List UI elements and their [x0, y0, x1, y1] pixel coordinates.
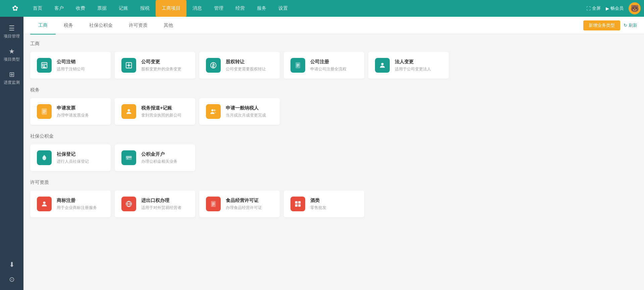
card-info: 申请发票办理申请发票业务	[57, 105, 104, 118]
card-公司变更[interactable]: 公司变更股权变更外的业务变更	[115, 52, 195, 79]
card-法人变更[interactable]: 法人变更适用于公司变更法人	[368, 52, 449, 79]
card-desc: 适用于对外贸易经营者	[141, 205, 189, 211]
card-title: 法人变更	[395, 59, 442, 65]
svg-rect-35	[295, 204, 298, 207]
card-info: 股权转让公司变更需要股权转让	[226, 59, 273, 72]
svg-rect-25	[127, 158, 128, 159]
card-icon	[206, 104, 221, 119]
tab-许可资质[interactable]: 许可资质	[121, 17, 156, 34]
card-desc: 办理申请发票业务	[57, 113, 104, 118]
card-公司注册[interactable]: 公司注册申请公司注册全流程	[284, 52, 364, 79]
fullscreen-button[interactable]: ⛶ 全屏	[586, 5, 601, 11]
cards-grid: 申请发票办理申请发票业务税务报道+记账拿到营业执照的新公司申请一般纳税人当月或次…	[30, 98, 637, 125]
sidebar-bottom-item[interactable]: ⬇	[7, 257, 16, 272]
vip-icon: ▶	[606, 6, 609, 11]
refresh-label: 刷新	[629, 22, 637, 28]
sidebar-item-项目管理[interactable]: ☰项目管理	[0, 20, 23, 43]
card-title: 酒类	[310, 198, 358, 204]
nav-item-票据[interactable]: 票据	[91, 0, 113, 17]
card-icon	[290, 58, 305, 73]
svg-point-22	[214, 110, 216, 112]
card-公司注销[interactable]: 公司注销适用于注销公司	[30, 52, 111, 79]
refresh-icon: ↻	[624, 23, 627, 28]
card-desc: 适用于公司变更法人	[395, 66, 442, 72]
nav-right: ⛶ 全屏 ▶ 畅会员 🐻	[586, 2, 641, 14]
vip-label: 畅会员	[610, 5, 624, 11]
sidebar-label: 项目类型	[4, 57, 20, 62]
tab-其他[interactable]: 其他	[156, 17, 181, 34]
card-酒类[interactable]: 酒类零售批发	[284, 191, 364, 217]
card-title: 食品经营许可证	[226, 198, 273, 204]
nav-item-首页[interactable]: 首页	[27, 0, 48, 17]
card-desc: 进行人员社保登记	[57, 159, 104, 164]
nav-item-经营[interactable]: 经营	[229, 0, 251, 17]
main-content[interactable]: 工商公司注销适用于注销公司公司变更股权变更外的业务变更股权转让公司变更需要股权转…	[23, 34, 644, 290]
card-icon	[37, 150, 52, 165]
cards-grid: 商标注册用于企业商标注册服务进出口权办理适用于对外贸易经营者食品经营许可证办理食…	[30, 191, 637, 217]
nav-item-客户[interactable]: 客户	[48, 0, 70, 17]
logo-area: ✿	[3, 4, 27, 13]
card-进出口权办理[interactable]: 进出口权办理适用于对外贸易经营者	[115, 191, 195, 217]
card-icon	[37, 197, 52, 211]
nav-item-管理[interactable]: 管理	[208, 0, 229, 17]
card-title: 社保登记	[57, 151, 104, 157]
sidebar-label: 进度监测	[4, 80, 20, 85]
vip-button[interactable]: ▶ 畅会员	[606, 5, 624, 11]
card-申请发票[interactable]: 申请发票办理申请发票业务	[30, 98, 111, 125]
card-title: 公司注销	[57, 59, 104, 65]
card-食品经营许可证[interactable]: 食品经营许可证办理食品经营许可证	[199, 191, 280, 217]
card-icon	[37, 58, 52, 73]
svg-point-26	[43, 202, 45, 204]
nav-item-服务[interactable]: 服务	[251, 0, 272, 17]
tabs-bar: 工商税务社保公积金许可资质其他 新增业务类型 ↻ 刷新	[23, 17, 644, 34]
nav-item-设置[interactable]: 设置	[272, 0, 294, 17]
card-info: 税务报道+记账拿到营业执照的新公司	[141, 105, 189, 118]
card-申请一般纳税人[interactable]: 申请一般纳税人当月或次月成变更完成	[199, 98, 280, 125]
card-info: 酒类零售批发	[310, 198, 358, 211]
card-info: 社保登记进行人员社保登记	[57, 151, 104, 164]
tab-社保公积金[interactable]: 社保公积金	[81, 17, 121, 34]
add-type-button[interactable]: 新增业务类型	[583, 20, 620, 30]
main-layout: ☰项目管理★项目类型⊞进度监测⬇⊙ 工商税务社保公积金许可资质其他 新增业务类型…	[0, 17, 644, 290]
card-icon	[290, 197, 305, 211]
sidebar-item-项目类型[interactable]: ★项目类型	[0, 43, 23, 66]
card-desc: 股权变更外的业务变更	[141, 66, 189, 72]
refresh-button[interactable]: ↻ 刷新	[624, 22, 637, 28]
nav-item-工商项目[interactable]: 工商项目	[156, 0, 186, 17]
tab-税务[interactable]: 税务	[56, 17, 81, 34]
card-税务报道+记账[interactable]: 税务报道+记账拿到营业执照的新公司	[115, 98, 195, 125]
card-desc: 零售批发	[310, 205, 358, 211]
card-desc: 适用于注销公司	[57, 66, 104, 72]
card-icon	[121, 197, 136, 211]
tab-工商[interactable]: 工商	[30, 17, 56, 34]
card-desc: 公司变更需要股权转让	[226, 66, 273, 72]
card-icon	[206, 197, 221, 211]
nav-item-记账[interactable]: 记账	[113, 0, 134, 17]
user-avatar[interactable]: 🐻	[629, 2, 641, 14]
card-icon	[121, 104, 136, 119]
card-title: 股权转让	[226, 59, 273, 65]
card-公积金开户[interactable]: 公积金开户办理公积金相关业务	[115, 144, 195, 171]
nav-item-收费[interactable]: 收费	[70, 0, 91, 17]
section-title: 税务	[30, 87, 637, 93]
fullscreen-icon: ⛶	[586, 6, 591, 11]
card-股权转让[interactable]: 股权转让公司变更需要股权转让	[199, 52, 280, 79]
nav-item-报税[interactable]: 报税	[134, 0, 156, 17]
card-desc: 办理公积金相关业务	[141, 159, 189, 164]
svg-rect-4	[45, 64, 47, 65]
card-商标注册[interactable]: 商标注册用于企业商标注册服务	[30, 191, 111, 217]
tabs-list: 工商税务社保公积金许可资质其他	[30, 17, 181, 34]
card-社保登记[interactable]: 社保登记进行人员社保登记	[30, 144, 111, 171]
svg-rect-34	[298, 201, 301, 204]
sidebar-bottom-item[interactable]: ⊙	[7, 272, 16, 287]
card-title: 公司注册	[310, 59, 358, 65]
svg-point-21	[211, 109, 213, 111]
nav-item-消息[interactable]: 消息	[186, 0, 208, 17]
section-许可资质: 许可资质商标注册用于企业商标注册服务进出口权办理适用于对外贸易经营者食品经营许可…	[30, 179, 637, 217]
svg-rect-36	[298, 204, 301, 207]
svg-rect-3	[44, 64, 45, 65]
section-税务: 税务申请发票办理申请发票业务税务报道+记账拿到营业执照的新公司申请一般纳税人当月…	[30, 87, 637, 125]
card-info: 公司变更股权变更外的业务变更	[141, 59, 189, 72]
sidebar-item-进度监测[interactable]: ⊞进度监测	[0, 66, 23, 89]
section-工商: 工商公司注销适用于注销公司公司变更股权变更外的业务变更股权转让公司变更需要股权转…	[30, 41, 637, 79]
